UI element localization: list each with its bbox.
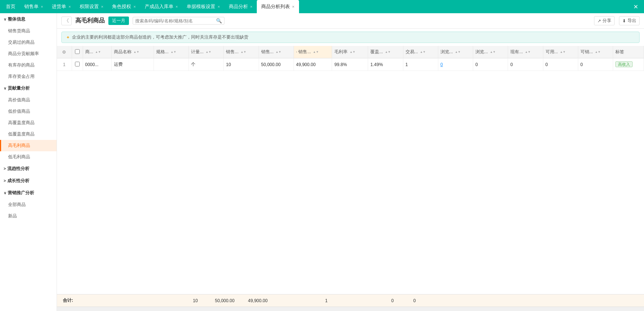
sidebar-item[interactable]: 高覆盖度商品 <box>0 117 57 129</box>
search-icon[interactable]: 🔍 <box>216 18 222 23</box>
col-header-available[interactable]: 可用... ▲▼ <box>543 46 578 58</box>
table-footer: 合计: 10 50,000.00 49,900.00 1 0 0 <box>57 294 644 307</box>
col-sellable-label: 可销... <box>580 49 593 54</box>
col-spec-label: 规格... <box>156 49 169 54</box>
sidebar-group-成长性分析[interactable]: >成长性分析 <box>0 175 57 187</box>
cell-num: 1 <box>57 58 72 71</box>
col-header-name[interactable]: 商品名称 ▲▼ <box>111 46 154 58</box>
col-sales2-label: 销售... <box>261 49 274 54</box>
tab-close-button[interactable]: × <box>41 4 43 9</box>
sidebar-group-营销推广分析[interactable]: ∨营销推广分析 <box>0 187 57 199</box>
sidebar-item[interactable]: 新品 <box>0 210 57 222</box>
sidebar-item[interactable]: 低毛利商品 <box>0 151 57 163</box>
tab-close-button[interactable]: × <box>133 4 136 9</box>
tab-close-button[interactable]: × <box>217 4 220 9</box>
share-icon: ↗ <box>597 18 601 23</box>
sidebar-group-arrow: > <box>4 179 6 183</box>
col-sort-icon: ▲▼ <box>490 50 496 54</box>
sidebar-group-label: 营销推广分析 <box>8 190 34 196</box>
col-header-sales3[interactable]: · 销售... ▲▼ <box>294 46 332 58</box>
content-area: 《 高毛利商品 近一月 🔍 ↗ 分享 ⬇ 导出 ✦ 企业的主要的利润都是这部 <box>57 13 644 311</box>
sidebar-group-label: 整体信息 <box>8 16 25 22</box>
footer-label: 合计: <box>59 297 88 304</box>
nav-tab-产成品入库单[interactable]: 产成品入库单× <box>140 0 182 13</box>
col-sort-icon: ▲▼ <box>595 50 601 54</box>
tab-close-button[interactable]: × <box>292 4 294 9</box>
sidebar-item[interactable]: 低覆盖度商品 <box>0 129 57 140</box>
col-browse2-label: 浏览... <box>475 49 488 54</box>
sidebar-item[interactable]: 低价值商品 <box>0 106 57 117</box>
col-header-browse2[interactable]: 浏览... ▲▼ <box>473 46 508 58</box>
nav-tab-角色授权[interactable]: 角色授权× <box>108 0 140 13</box>
sidebar-group-贡献量分析[interactable]: ∨贡献量分析 <box>0 82 57 94</box>
col-header-checkbox[interactable] <box>72 46 83 58</box>
search-box: 🔍 <box>133 17 224 25</box>
col-sort-icon: ▲▼ <box>525 50 531 54</box>
nav-tab-进货单[interactable]: 进货单× <box>47 0 75 13</box>
sidebar-group-arrow: ∨ <box>4 191 6 195</box>
cell-coverage: 1.49% <box>368 58 403 71</box>
col-header-sales2[interactable]: 销售... ▲▼ <box>259 46 294 58</box>
col-header-browse1[interactable]: 浏览... ▲▼ <box>438 46 473 58</box>
cell-tag: 高收入 <box>613 58 644 71</box>
table-wrapper: ⚙ 商... ▲▼ 商品名称 ▲▼ 规格... ▲▼ <box>57 46 644 294</box>
col-header-code[interactable]: 商... ▲▼ <box>83 46 111 58</box>
col-header-tag[interactable]: 标签 <box>613 46 644 58</box>
cell-sales3: 49,900.00 <box>294 58 332 71</box>
sidebar-item[interactable]: 高毛利商品 <box>0 140 57 151</box>
col-header-unit[interactable]: 计量... ▲▼ <box>189 46 224 58</box>
horizontal-scrollbar[interactable] <box>57 307 644 311</box>
nav-tab-单据模板设置[interactable]: 单据模板设置× <box>182 0 224 13</box>
date-filter-button[interactable]: 近一月 <box>108 17 129 25</box>
col-unit-label: 计量... <box>191 49 204 54</box>
cell-spec <box>154 58 188 71</box>
sidebar-item[interactable]: 销售货商品 <box>0 25 57 37</box>
col-sort-icon: ▲▼ <box>241 50 247 54</box>
nav-tab-商品分析列表[interactable]: 商品分析列表× <box>257 0 299 13</box>
col-header-transactions[interactable]: 交易... ▲▼ <box>403 46 438 58</box>
header-actions: ↗ 分享 ⬇ 导出 <box>594 16 640 25</box>
row-checkbox[interactable] <box>75 62 80 66</box>
tab-close-button[interactable]: × <box>68 4 71 9</box>
sidebar-item[interactable]: 有库存的商品 <box>0 59 57 71</box>
search-input[interactable] <box>135 18 216 23</box>
nav-tab-商品分析[interactable]: 商品分析× <box>224 0 257 13</box>
tab-close-button[interactable]: × <box>176 4 178 9</box>
sidebar-group-流趋性分析[interactable]: >流趋性分析 <box>0 163 57 175</box>
footer-sales1: 10 <box>191 298 213 303</box>
col-header-sellable[interactable]: 可销... ▲▼ <box>578 46 613 58</box>
sidebar-group-整体信息[interactable]: ∨整体信息 <box>0 13 57 25</box>
tab-close-button[interactable]: × <box>101 4 103 9</box>
tab-close-button[interactable]: × <box>250 4 252 9</box>
col-header-sales1[interactable]: 销售... ▲▼ <box>224 46 259 58</box>
cell-unit: 个 <box>189 58 224 71</box>
sidebar-item[interactable]: 交易过的商品 <box>0 37 57 48</box>
cell-code: 0000... <box>83 58 111 71</box>
nav-tab-权限设置[interactable]: 权限设置× <box>75 0 108 13</box>
sidebar-group-arrow: ∨ <box>4 86 6 90</box>
browse-link[interactable]: 0 <box>440 62 443 67</box>
cell-check[interactable] <box>72 58 83 71</box>
col-header-spec[interactable]: 规格... ▲▼ <box>154 46 188 58</box>
sidebar-item[interactable]: 库存资金占用 <box>0 71 57 82</box>
export-button[interactable]: ⬇ 导出 <box>619 16 640 25</box>
col-header-gross[interactable]: 毛利率 ▲▼ <box>332 46 368 58</box>
col-gross-label: 毛利率 <box>334 49 348 54</box>
col-header-settings[interactable]: ⚙ <box>57 46 72 58</box>
tag-badge: 高收入 <box>615 61 633 67</box>
sidebar-item[interactable]: 全部商品 <box>0 199 57 210</box>
sidebar-item[interactable]: 商品分贡献频率 <box>0 48 57 59</box>
collapse-sidebar-button[interactable]: 《 <box>61 17 72 25</box>
nav-tab-销售单[interactable]: 销售单× <box>20 0 47 13</box>
sidebar-item[interactable]: 高价值商品 <box>0 94 57 106</box>
share-button[interactable]: ↗ 分享 <box>594 16 615 25</box>
cell-gross: 99.8% <box>332 58 368 71</box>
col-header-coverage[interactable]: 覆盖... ▲▼ <box>368 46 403 58</box>
info-banner-text: 企业的主要的利润都是这部分商品创造的，可考虑加大推广，同时关注库存是不要出现缺货 <box>72 34 248 40</box>
cell-browse1[interactable]: 0 <box>438 58 473 71</box>
select-all-checkbox[interactable] <box>75 49 80 54</box>
window-close-button[interactable]: ✕ <box>629 3 643 10</box>
nav-tab-首页[interactable]: 首页 <box>1 0 20 13</box>
col-sort-icon: ▲▼ <box>560 50 566 54</box>
col-header-current[interactable]: 现有... ▲▼ <box>508 46 543 58</box>
